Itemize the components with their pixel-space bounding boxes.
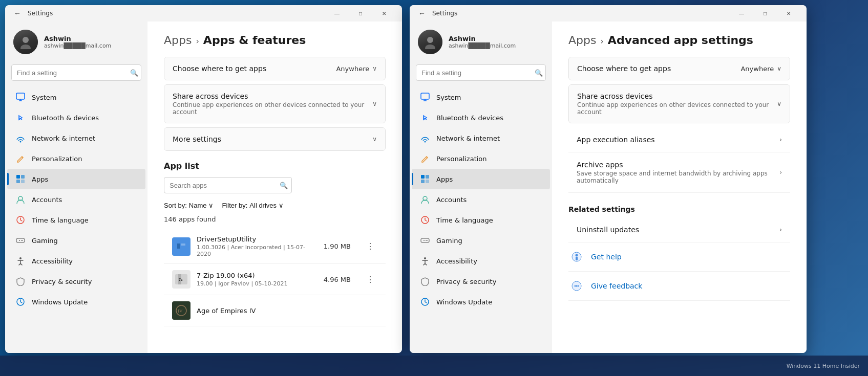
sidebar-label-update-2: Windows Update: [436, 298, 492, 306]
sidebar-label-personalization-2: Personalization: [436, 155, 487, 163]
maximize-button-2[interactable]: □: [753, 5, 777, 21]
app-meta-7zip: 19.00 | Igor Pavlov | 05-10-2021: [197, 280, 317, 287]
app-execution-chevron-icon: ›: [779, 136, 782, 143]
sidebar-item-time-1[interactable]: Time & language: [7, 210, 145, 230]
give-feedback-item[interactable]: Give feedback: [568, 272, 790, 301]
window-title-2: Settings: [432, 10, 730, 17]
search-input-1[interactable]: [11, 64, 141, 81]
sidebar-item-apps-1[interactable]: Apps: [7, 169, 145, 189]
minimize-button-2[interactable]: —: [730, 5, 753, 21]
choose-apps-value-text-2: Anywhere: [740, 65, 774, 73]
sidebar-item-gaming-2[interactable]: Gaming: [412, 230, 550, 251]
sidebar-item-privacy-2[interactable]: Privacy & security: [412, 271, 550, 292]
choose-apps-value[interactable]: Anywhere ∨: [336, 65, 377, 73]
search-icon-button-2[interactable]: 🔍: [535, 69, 543, 77]
sidebar-item-gaming-1[interactable]: Gaming: [7, 230, 145, 251]
window-apps-features: ← Settings — □ ✕ Ashwi: [5, 5, 402, 353]
accounts-icon-1: [15, 194, 26, 205]
personalization-icon-1: [15, 153, 26, 164]
share-devices-card: Share across devices Continue app experi…: [164, 84, 386, 123]
sidebar-item-network-2[interactable]: Network & internet: [412, 128, 550, 148]
app-search-input[interactable]: [164, 177, 292, 193]
uninstall-updates-chevron-icon: ›: [779, 226, 782, 233]
svg-point-17: [19, 257, 22, 259]
sidebar-item-accessibility-2[interactable]: Accessibility: [412, 251, 550, 271]
avatar-2: [418, 30, 442, 54]
choose-apps-value-2[interactable]: Anywhere ∨: [740, 65, 781, 73]
user-info-1: Ashwin ashwin█████mail.com: [44, 35, 139, 49]
share-devices-expand-icon: ∨: [372, 100, 377, 107]
user-email-2: ashwin█████mail.com: [449, 42, 544, 49]
sidebar-item-time-2[interactable]: Time & language: [412, 210, 550, 230]
user-info-2: Ashwin ashwin█████mail.com: [449, 35, 544, 49]
sidebar-item-apps-2[interactable]: Apps: [412, 169, 550, 189]
sidebar-item-personalization-1[interactable]: Personalization: [7, 148, 145, 169]
choose-apps-row-2[interactable]: Choose where to get apps Anywhere ∨: [569, 57, 790, 80]
search-icon-button-1[interactable]: 🔍: [130, 69, 138, 77]
window-controls-2: — □ ✕: [730, 5, 800, 21]
accounts-icon-2: [420, 194, 430, 205]
main-content-2: Apps › Advanced app settings Choose wher…: [552, 21, 807, 353]
sidebar-label-privacy-1: Privacy & security: [32, 278, 92, 285]
archive-apps-item[interactable]: Archive apps Save storage space and inte…: [568, 152, 790, 193]
app-more-button-driver[interactable]: ⋮: [363, 239, 377, 254]
sidebar-item-accounts-1[interactable]: Accounts: [7, 189, 145, 210]
more-settings-card: More settings ∨: [164, 127, 386, 151]
sidebar-item-accessibility-1[interactable]: Accessibility: [7, 251, 145, 271]
app-search-icon: 🔍: [280, 182, 288, 189]
more-settings-row[interactable]: More settings ∨: [164, 128, 385, 150]
time-icon-2: [420, 215, 430, 225]
share-devices-title: Share across devices: [173, 92, 372, 100]
sidebar-item-system-2[interactable]: System: [412, 87, 550, 107]
search-input-2[interactable]: [416, 64, 546, 81]
svg-rect-7: [21, 175, 25, 179]
svg-point-5: [20, 141, 22, 143]
taskbar: Windows 11 Home Insider: [0, 356, 868, 376]
share-devices-row-2[interactable]: Share across devices Continue app experi…: [569, 85, 790, 123]
sidebar-item-network-1[interactable]: Network & internet: [7, 128, 145, 148]
choose-apps-row[interactable]: Choose where to get apps Anywhere ∨: [164, 57, 385, 80]
user-profile-1[interactable]: Ashwin ashwin█████mail.com: [5, 26, 147, 62]
sidebar-item-update-2[interactable]: Windows Update: [412, 292, 550, 312]
apps-icon-1: [15, 174, 26, 184]
update-icon-1: [15, 297, 26, 307]
close-button-1[interactable]: ✕: [372, 5, 396, 21]
share-devices-row[interactable]: Share across devices Continue app experi…: [164, 85, 385, 123]
svg-rect-2: [16, 93, 25, 99]
svg-point-28: [425, 45, 435, 49]
sidebar-item-update-1[interactable]: Windows Update: [7, 292, 145, 312]
sidebar-item-privacy-1[interactable]: Privacy & security: [7, 271, 145, 292]
minimize-button-1[interactable]: —: [325, 5, 349, 21]
gaming-icon-1: [15, 235, 26, 246]
user-profile-2[interactable]: Ashwin ashwin█████mail.com: [410, 26, 552, 62]
back-button-1[interactable]: ←: [11, 7, 24, 19]
get-help-item[interactable]: Get help: [568, 242, 790, 272]
app-item-7zip[interactable]: 7z 7-Zip 19.00 (x64) 19.00 | Igor Pavlov…: [164, 264, 386, 295]
choose-apps-card: Choose where to get apps Anywhere ∨: [164, 57, 386, 80]
sidebar-item-system-1[interactable]: System: [7, 87, 145, 107]
svg-point-15: [21, 240, 22, 241]
back-button-2[interactable]: ←: [416, 7, 428, 19]
app-search-box: 🔍: [164, 177, 292, 193]
app-more-button-7zip[interactable]: ⋮: [363, 272, 377, 286]
svg-rect-12: [16, 238, 25, 242]
sidebar-item-accounts-2[interactable]: Accounts: [412, 189, 550, 210]
sidebar-label-apps-2: Apps: [436, 175, 453, 183]
maximize-button-1[interactable]: □: [349, 5, 372, 21]
sidebar-label-accounts-2: Accounts: [436, 196, 467, 204]
app-item-aoe[interactable]: IV Age of Empires IV: [164, 295, 386, 326]
sidebar-1: Ashwin ashwin█████mail.com 🔍 System: [5, 21, 147, 353]
app-execution-item[interactable]: App execution aliases ›: [568, 127, 790, 152]
sort-button[interactable]: Sort by: Name ∨: [164, 202, 214, 209]
sidebar-item-personalization-2[interactable]: Personalization: [412, 148, 550, 169]
sidebar-item-bluetooth-2[interactable]: Bluetooth & devices: [412, 107, 550, 128]
filter-label: Filter by:: [222, 202, 247, 209]
bluetooth-icon-2: [420, 113, 430, 123]
sidebar-item-bluetooth-1[interactable]: Bluetooth & devices: [7, 107, 145, 128]
search-box-1: 🔍: [11, 64, 141, 81]
filter-chevron-icon: ∨: [279, 202, 284, 209]
close-button-2[interactable]: ✕: [777, 5, 800, 21]
uninstall-updates-item[interactable]: Uninstall updates ›: [568, 217, 790, 242]
filter-button[interactable]: Filter by: All drives ∨: [222, 202, 284, 209]
app-item-driver[interactable]: DriverSetupUtility 1.00.3026 | Acer Inco…: [164, 229, 386, 264]
